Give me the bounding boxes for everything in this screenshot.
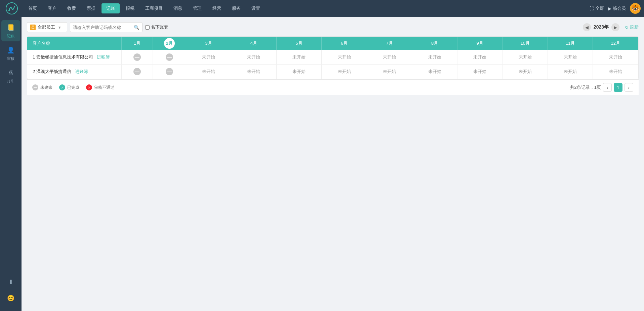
col-apr: 4月: [231, 37, 277, 50]
play-icon: ▶: [608, 6, 611, 11]
col-aug: 8月: [412, 37, 457, 50]
not-started-status: 未开始: [338, 54, 351, 60]
col-sep: 9月: [457, 37, 502, 50]
month-cell-3: 未开始: [186, 50, 231, 65]
month-cell-2: —: [153, 50, 186, 65]
month-cell-7: 未开始: [367, 65, 412, 79]
month-cell-4: 未开始: [231, 65, 277, 79]
month-cell-9: 未开始: [457, 50, 502, 65]
month-cell-12: 未开始: [593, 50, 638, 65]
page-prev-button[interactable]: ‹: [603, 83, 612, 92]
nav-manage[interactable]: 管理: [188, 3, 206, 13]
audit-icon: 👤: [6, 45, 15, 55]
sidebar-item-print[interactable]: 🖨 打印: [1, 65, 20, 86]
col-client-name: 客户名称: [27, 37, 121, 50]
sidebar: 📒 记账 👤 审核 🖨 打印 ⬇ 😊: [0, 17, 22, 311]
vip-button[interactable]: ▶ 畅会员: [608, 5, 626, 11]
nav-client[interactable]: 客户: [43, 3, 61, 13]
page-next-button[interactable]: ›: [625, 83, 633, 92]
month-cell-5: 未开始: [276, 65, 322, 79]
main-layout: 📒 记账 👤 审核 🖨 打印 ⬇ 😊 员 全部员工 ▾: [0, 17, 644, 311]
col-oct: 10月: [502, 37, 548, 50]
employee-label: 全部员工: [38, 24, 55, 30]
nav-right-area: ⛶ 全屏 ▶ 畅会员 🐯: [590, 3, 641, 14]
enter-link[interactable]: 进账簿: [75, 69, 88, 74]
col-may: 5月: [276, 37, 322, 50]
search-box: 🔍: [70, 22, 143, 32]
toolbar: 员 全部员工 ▾ 🔍 名下账套 ◀ 2023年 ▶ ↻ 刷: [27, 22, 639, 32]
month-cell-12: 未开始: [593, 65, 638, 79]
not-started-status: 未开始: [428, 54, 441, 60]
client-cell: 2 漠澳太平畅捷通信 进账簿: [27, 65, 121, 79]
nav-business[interactable]: 工商项目: [140, 3, 167, 13]
status-dash-icon: —: [133, 53, 141, 61]
download-icon: ⬇: [6, 277, 15, 287]
month-cell-4: 未开始: [231, 50, 277, 65]
month-cell-3: 未开始: [186, 65, 231, 79]
month-cell-10: 未开始: [502, 65, 548, 79]
legend-completed: ✓ 已完成: [59, 84, 79, 90]
not-started-status: 未开始: [519, 54, 532, 60]
sidebar-bottom: ⬇ 😊: [1, 275, 20, 306]
top-navigation: 首页 客户 收费 票据 记账 报税 工商项目 消息 管理 经营 服务 设置 ⛶ …: [0, 0, 644, 17]
pagination: 共2条记录，1页 ‹ 1 ›: [570, 83, 633, 92]
not-started-status: 未开始: [564, 69, 577, 74]
year-next-button[interactable]: ▶: [611, 23, 619, 31]
month-cell-1: —: [121, 65, 153, 79]
nav-settings[interactable]: 设置: [247, 3, 265, 13]
nav-invoice[interactable]: 票据: [82, 3, 100, 13]
total-records: 共2条记录，1页: [570, 84, 601, 90]
month-cell-1: —: [121, 50, 153, 65]
nav-charge[interactable]: 收费: [63, 3, 81, 13]
month-cell-7: 未开始: [367, 50, 412, 65]
year-prev-button[interactable]: ◀: [583, 23, 591, 31]
col-jan: 1月: [121, 37, 153, 50]
app-logo: [3, 2, 20, 14]
table-row: 1 安徽畅捷通信息技术有限公司 进账簿——未开始未开始未开始未开始未开始未开始未…: [27, 50, 638, 65]
search-icon: 🔍: [134, 25, 139, 30]
legend-rejected: ✕ 审核不通过: [86, 84, 114, 90]
avatar[interactable]: 🐯: [630, 3, 641, 14]
client-cell: 1 安徽畅捷通信息技术有限公司 进账簿: [27, 50, 121, 65]
nav-home[interactable]: 首页: [24, 3, 42, 13]
not-started-status: 未开始: [292, 54, 306, 60]
not-started-status: 未开始: [383, 54, 396, 60]
refresh-button[interactable]: ↻ 刷新: [625, 24, 639, 30]
my-accounts-input[interactable]: [145, 25, 150, 30]
sidebar-item-download[interactable]: ⬇: [1, 275, 20, 289]
completed-icon: ✓: [59, 84, 65, 90]
not-started-status: 未开始: [519, 69, 532, 74]
nav-service[interactable]: 服务: [227, 3, 245, 13]
not-started-status: 未开始: [428, 69, 441, 74]
not-started-status: 未开始: [383, 69, 396, 74]
month-cell-10: 未开始: [502, 50, 548, 65]
nav-operation[interactable]: 经营: [208, 3, 226, 13]
nav-bookkeeping[interactable]: 记账: [102, 3, 120, 13]
employee-select[interactable]: 员 全部员工 ▾: [27, 22, 67, 32]
search-input[interactable]: [70, 24, 131, 31]
nav-tax[interactable]: 报税: [121, 3, 139, 13]
refresh-icon: ↻: [625, 25, 629, 30]
current-month-circle: 2月: [164, 38, 175, 49]
my-accounts-checkbox[interactable]: 名下账套: [145, 24, 168, 30]
nav-menu: 首页 客户 收费 票据 记账 报税 工商项目 消息 管理 经营 服务 设置: [24, 3, 590, 13]
bookkeeping-icon: 📒: [6, 23, 15, 32]
search-button[interactable]: 🔍: [131, 23, 142, 32]
rejected-icon: ✕: [86, 84, 92, 90]
sidebar-item-bookkeeping[interactable]: 📒 记账: [1, 20, 20, 41]
sidebar-item-audit[interactable]: 👤 审核: [1, 43, 20, 64]
sidebar-item-user[interactable]: 😊: [1, 291, 20, 306]
print-icon: 🖨: [6, 68, 15, 77]
legend-not-created: — 未建账: [32, 84, 52, 90]
enter-link[interactable]: 进账簿: [97, 54, 110, 60]
not-started-status: 未开始: [247, 69, 260, 74]
nav-message[interactable]: 消息: [169, 3, 187, 13]
col-mar: 3月: [186, 37, 231, 50]
table-header-row: 客户名称 1月 2月 3月 4月 5月 6月 7月 8月 9月 10月 11月: [27, 37, 638, 50]
page-1-button[interactable]: 1: [614, 83, 622, 92]
col-feb: 2月: [153, 37, 186, 50]
month-cell-8: 未开始: [412, 50, 457, 65]
month-cell-5: 未开始: [276, 50, 322, 65]
fullscreen-button[interactable]: ⛶ 全屏: [590, 5, 604, 11]
not-started-status: 未开始: [564, 54, 577, 60]
